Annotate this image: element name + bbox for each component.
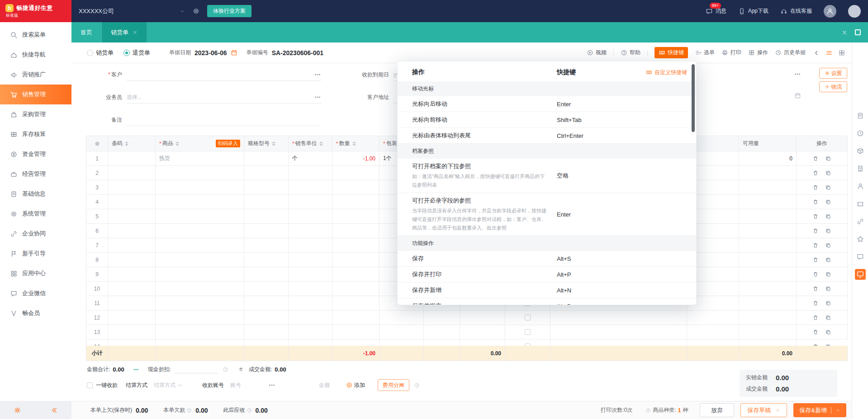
sidebar-item-funds[interactable]: 资金管理 — [0, 144, 71, 164]
right-panel-coupon[interactable] — [855, 198, 866, 209]
customer-input[interactable] — [127, 71, 314, 78]
delete-row-icon[interactable] — [812, 286, 819, 292]
sidebar-item-operation[interactable]: 经营管理 — [0, 164, 71, 184]
save-draft-button[interactable]: 保存草稿 — [740, 403, 787, 417]
avatar-secondary[interactable] — [848, 5, 861, 18]
help-icon[interactable] — [186, 408, 192, 413]
receipt-account-select[interactable]: 账号 — [230, 381, 241, 389]
radio-sales-order[interactable]: 销货单 — [87, 49, 114, 57]
copy-row-icon[interactable] — [825, 228, 831, 234]
delete-row-icon[interactable] — [812, 329, 819, 335]
settle-method-select[interactable]: 结算方式 — [154, 381, 175, 389]
avatar[interactable] — [824, 5, 836, 18]
copy-row-icon[interactable] — [825, 199, 831, 205]
right-panel-history[interactable] — [855, 128, 866, 139]
right-panel-feedback[interactable] — [855, 251, 866, 262]
copy-row-icon[interactable] — [825, 315, 831, 321]
more-icon[interactable] — [314, 94, 321, 101]
copy-row-icon[interactable] — [825, 329, 831, 335]
remark-input[interactable] — [127, 117, 321, 123]
customize-shortcuts-link[interactable]: 自定义快捷键 — [646, 69, 687, 76]
copy-row-icon[interactable] — [825, 257, 831, 263]
abandon-button[interactable]: 放弃 — [700, 403, 734, 417]
tab-sales-order[interactable]: 销货单 — [102, 22, 147, 42]
help-icon[interactable] — [247, 408, 252, 413]
copy-row-icon[interactable] — [825, 242, 831, 249]
copy-row-icon[interactable] — [825, 170, 831, 176]
help-icon[interactable] — [223, 367, 228, 372]
logistics-button[interactable]: 物流 — [819, 81, 847, 92]
toolbar-video[interactable]: 视频 — [587, 49, 607, 56]
sidebar-item-member[interactable]: 畅会员 — [0, 303, 71, 323]
document-date-value[interactable]: 2023-06-06 — [194, 49, 227, 56]
document-number-value[interactable]: SA-20230606-001 — [272, 49, 323, 56]
sidebar-item-wecom[interactable]: 企业微信 — [0, 283, 71, 303]
delete-row-icon[interactable] — [812, 199, 819, 205]
gift-checkbox[interactable] — [525, 329, 531, 335]
toolbar-print[interactable]: 打印 — [721, 49, 741, 56]
industry-solution-button[interactable]: 体验行业方案 — [207, 5, 251, 17]
tab-home[interactable]: 首页 — [71, 22, 102, 42]
help-icon[interactable] — [414, 382, 420, 388]
sidebar-item-search-menu[interactable]: 搜索菜单 — [0, 25, 71, 45]
sidebar-item-purchase[interactable]: 采购管理 — [0, 104, 71, 124]
more-icon[interactable] — [314, 71, 321, 78]
delete-row-icon[interactable] — [812, 155, 819, 162]
calendar-icon[interactable] — [794, 92, 801, 99]
toolbar-select-order[interactable]: 选单 — [695, 49, 715, 56]
copy-row-icon[interactable] — [825, 286, 831, 292]
right-panel-link[interactable] — [855, 216, 866, 227]
radio-return-order[interactable]: 退货单 — [123, 49, 150, 57]
toolbar-history-orders[interactable]: 历史单据 — [775, 49, 806, 56]
collapse-sidebar-icon[interactable] — [50, 406, 58, 414]
right-panel-customer[interactable] — [855, 181, 866, 192]
sort-icon[interactable] — [319, 141, 323, 146]
delete-row-icon[interactable] — [812, 315, 819, 321]
delete-row-icon[interactable] — [812, 170, 819, 176]
copy-row-icon[interactable] — [825, 213, 831, 220]
close-all-tabs-icon[interactable] — [841, 29, 848, 36]
sort-icon[interactable] — [125, 141, 128, 146]
save-and-new-button[interactable]: 保存&新增 — [793, 403, 846, 417]
delete-row-icon[interactable] — [812, 271, 819, 278]
list-view-icon[interactable] — [825, 49, 833, 56]
fee-share-button[interactable]: 费用分摊 — [378, 379, 409, 391]
fullscreen-icon[interactable] — [855, 29, 861, 35]
company-selector[interactable]: XXXXXX公司 — [79, 7, 185, 15]
toolbar-actions[interactable]: 操作 — [748, 49, 768, 56]
sidebar-item-app-center[interactable]: 应用中心 — [0, 264, 71, 283]
settings-gear-icon[interactable] — [192, 7, 200, 15]
gift-checkbox[interactable] — [525, 315, 531, 320]
sidebar-item-inventory[interactable]: 库存核算 — [0, 124, 71, 144]
sidebar-item-marketing[interactable]: 营销推广 — [0, 65, 71, 85]
sidebar-settings-icon[interactable] — [14, 406, 21, 414]
delete-row-icon[interactable] — [812, 213, 819, 220]
scan-entry-button[interactable]: 扫码录入 — [216, 140, 240, 147]
delete-row-icon[interactable] — [812, 300, 819, 306]
dialog-scrollbar[interactable] — [692, 63, 695, 303]
more-icon[interactable] — [268, 381, 275, 389]
copy-row-icon[interactable] — [825, 271, 831, 278]
right-panel-document[interactable] — [855, 110, 866, 121]
calendar-icon[interactable] — [231, 49, 237, 56]
delete-row-icon[interactable] — [812, 242, 819, 249]
column-settings-icon[interactable] — [94, 141, 100, 147]
grid-view-icon[interactable] — [838, 49, 845, 56]
sidebar-item-basic-info[interactable]: 基础信息 — [0, 184, 71, 204]
copy-row-icon[interactable] — [825, 155, 831, 162]
chevron-down-icon[interactable] — [177, 383, 182, 388]
info-icon[interactable] — [645, 408, 651, 413]
settings-button[interactable]: 设置 — [819, 68, 847, 79]
sidebar-item-guide[interactable]: 新手引导 — [0, 244, 71, 264]
app-download-button[interactable]: App下载 — [738, 7, 768, 15]
collapse-toolbar-icon[interactable] — [813, 49, 820, 56]
delete-row-icon[interactable] — [812, 184, 819, 191]
salesman-input[interactable] — [127, 94, 314, 100]
one-key-receipt-checkbox[interactable] — [87, 382, 93, 388]
support-button[interactable]: 在线客服 — [780, 7, 812, 15]
cash-discount-input[interactable] — [175, 365, 218, 373]
receipt-amount-input[interactable]: 金额 — [319, 381, 330, 389]
toolbar-shortcut-keys[interactable]: 快捷键 — [655, 47, 688, 58]
sidebar-item-collaboration[interactable]: 企业协同 — [0, 224, 71, 244]
sort-icon[interactable] — [272, 141, 275, 146]
